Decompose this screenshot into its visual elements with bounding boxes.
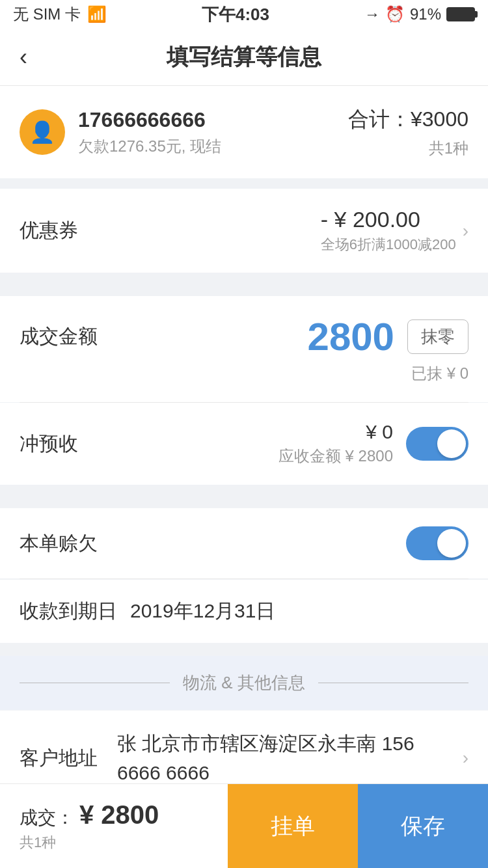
due-date-value: 2019年12月31日 xyxy=(130,598,275,625)
customer-debt: 欠款1276.35元, 现结 xyxy=(78,136,221,157)
section-separator-3 xyxy=(0,643,488,656)
coupon-desc: 全场6折满1000减200 xyxy=(321,235,456,254)
bottom-amount: ¥ 2800 xyxy=(79,800,159,830)
customer-card: 👤 17666666666 欠款1276.35元, 现结 合计：¥3000 共1… xyxy=(0,86,488,178)
amount-sub: 已抹 ¥ 0 xyxy=(20,363,468,384)
chevron-right-icon: › xyxy=(463,221,468,241)
due-date-section: 收款到期日 2019年12月31日 xyxy=(0,580,488,643)
prepay-values: ¥ 0 应收金额 ¥ 2800 xyxy=(278,421,393,467)
coupon-discount: - ¥ 200.00 xyxy=(321,207,456,232)
address-label: 客户地址 xyxy=(20,745,98,772)
prepay-label: 冲预收 xyxy=(20,431,78,457)
battery-percent: 91% xyxy=(410,5,441,23)
bottom-count: 共1种 xyxy=(20,833,208,852)
back-button[interactable]: ‹ xyxy=(13,37,34,77)
amount-section: 成交金额 2800 抹零 已抹 ¥ 0 xyxy=(0,296,488,402)
bottom-summary: 成交： ¥ 2800 共1种 xyxy=(0,800,228,852)
prepay-right: ¥ 0 应收金额 ¥ 2800 xyxy=(278,421,468,467)
bottom-label: 成交： xyxy=(20,806,74,830)
hang-order-button[interactable]: 挂单 xyxy=(228,784,358,869)
prepay-sub: 应收金额 ¥ 2800 xyxy=(278,446,393,467)
prepay-amount: ¥ 0 xyxy=(278,421,393,443)
amount-value: 2800 xyxy=(308,314,394,359)
carrier-text: 无 SIM 卡 xyxy=(13,4,81,25)
total-count: 共1种 xyxy=(348,138,468,159)
customer-phone: 17666666666 xyxy=(78,108,221,132)
customer-left: 👤 17666666666 欠款1276.35元, 现结 xyxy=(20,108,221,157)
prepay-row: 冲预收 ¥ 0 应收金额 ¥ 2800 xyxy=(0,403,488,485)
customer-right: 合计：¥3000 共1种 xyxy=(348,105,468,159)
content: 👤 17666666666 欠款1276.35元, 现结 合计：¥3000 共1… xyxy=(0,86,488,868)
customer-info: 17666666666 欠款1276.35元, 现结 xyxy=(78,108,221,157)
amount-label: 成交金额 xyxy=(20,323,98,350)
total-amount: 合计：¥3000 xyxy=(348,105,468,134)
coupon-right: - ¥ 200.00 全场6折满1000减200 › xyxy=(321,207,468,254)
arrear-toggle[interactable] xyxy=(406,526,468,560)
battery-icon xyxy=(446,7,475,21)
coupon-row[interactable]: 优惠券 - ¥ 200.00 全场6折满1000减200 › xyxy=(0,189,488,273)
due-date-label: 收款到期日 xyxy=(20,598,117,625)
arrear-section: 本单赊欠 xyxy=(0,508,488,578)
avatar: 👤 xyxy=(20,109,65,155)
section-separator-2 xyxy=(0,485,488,498)
prepay-toggle[interactable] xyxy=(406,427,468,461)
arrear-label: 本单赊欠 xyxy=(20,530,98,557)
alarm-icon: ⏰ xyxy=(385,5,405,23)
status-bar-left: 无 SIM 卡 📶 xyxy=(13,4,107,25)
save-button[interactable]: 保存 xyxy=(358,784,488,869)
status-time: 下午4:03 xyxy=(202,3,269,26)
logistics-banner: 物流 & 其他信息 xyxy=(0,656,488,710)
header: ‹ 填写结算等信息 xyxy=(0,29,488,86)
address-chevron-icon: › xyxy=(463,748,468,768)
coupon-label: 优惠券 xyxy=(20,217,78,244)
amount-value-area: 2800 抹零 xyxy=(308,314,468,359)
location-icon: → xyxy=(364,5,380,23)
address-value: 张 北京市市辖区海淀区永丰南 156 6666 6666 xyxy=(117,729,463,787)
divider-2 xyxy=(20,578,468,579)
status-bar-right: → ⏰ 91% xyxy=(364,5,475,23)
amount-row: 成交金额 2800 抹零 xyxy=(20,314,468,359)
round-zero-button[interactable]: 抹零 xyxy=(407,319,468,354)
section-separator-1 xyxy=(0,283,488,296)
bottom-total-row: 成交： ¥ 2800 xyxy=(20,800,208,830)
logistics-line-left xyxy=(20,683,170,683)
wifi-icon: 📶 xyxy=(87,5,107,23)
bottom-bar: 成交： ¥ 2800 共1种 挂单 保存 xyxy=(0,783,488,868)
logistics-line-right xyxy=(318,683,468,683)
page-title: 填写结算等信息 xyxy=(167,42,321,72)
logistics-text: 物流 & 其他信息 xyxy=(183,671,305,694)
status-bar: 无 SIM 卡 📶 下午4:03 → ⏰ 91% xyxy=(0,0,488,29)
